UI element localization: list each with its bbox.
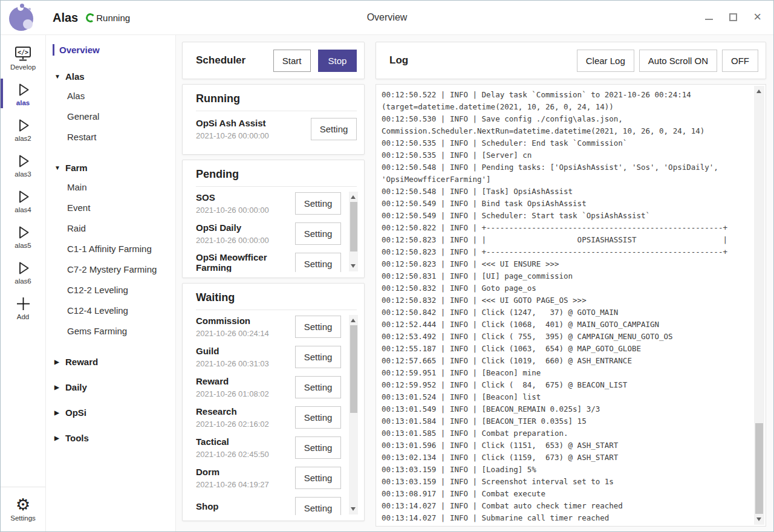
log-line: 00:12:50.832 | INFO | <<< UI GOTO PAGE_O…: [382, 294, 747, 307]
auto-scroll-on-button[interactable]: Auto Scroll ON: [639, 50, 717, 72]
log-line: 00:12:50.832 | INFO | Goto page_os: [382, 282, 747, 294]
log-line: 00:12:50.549 | INFO | Bind task OpsiAshA…: [382, 198, 747, 210]
pending-panel: Pending SOS2021-10-26 00:00:00SettingOpS…: [182, 160, 365, 278]
sidebar-item-alas3[interactable]: alas3: [1, 147, 45, 183]
log-line: 00:13:03.159 | INFO | [Loading] 5%: [382, 464, 747, 476]
log-line: 00:12:50.823 | INFO | <<< UI ENSURE >>>: [382, 258, 747, 270]
nav-group-tools[interactable]: ▶Tools: [46, 433, 175, 443]
task-next-run-time: 2021-10-26 01:08:02: [196, 389, 291, 398]
setting-button[interactable]: Setting: [295, 253, 341, 273]
scrollbar-thumb[interactable]: [350, 325, 357, 413]
scroll-up-icon[interactable]: [351, 195, 356, 199]
setting-button[interactable]: Setting: [295, 316, 341, 338]
sidebar-item-alas2[interactable]: alas2: [1, 111, 45, 147]
setting-button[interactable]: Setting: [311, 118, 357, 140]
scroll-down-icon[interactable]: [351, 264, 356, 268]
log-scrollbar[interactable]: [754, 86, 764, 525]
nav-item-c7-2-mystery-farming[interactable]: C7-2 Mystery Farming: [46, 259, 175, 280]
nav-group-farm[interactable]: ▼Farm: [46, 163, 175, 173]
task-row: OpSi Meowfficer FarmingSetting: [196, 248, 341, 272]
waiting-panel: Waiting Commission2021-10-26 00:24:14Set…: [182, 283, 365, 521]
setting-button[interactable]: Setting: [295, 376, 341, 398]
task-info: SOS2021-10-26 00:00:00: [196, 192, 295, 215]
log-line: 00:12:50.530 | INFO | Save config ./conf…: [382, 113, 747, 137]
setting-button[interactable]: Setting: [295, 497, 341, 516]
scroll-down-icon[interactable]: [351, 507, 356, 511]
nav-group-opsi[interactable]: ▶OpSi: [46, 407, 175, 418]
log-line: 00:13:03.159 | INFO | Screenshot interva…: [382, 476, 747, 488]
nav-item-event[interactable]: Event: [46, 198, 175, 218]
nav-item-alas[interactable]: Alas: [46, 86, 175, 106]
setting-button[interactable]: Setting: [295, 192, 341, 215]
task-next-run-time: 2021-10-26 00:00:00: [196, 206, 291, 215]
scrollbar-thumb[interactable]: [350, 202, 357, 251]
nav-item-gems-farming[interactable]: Gems Farming: [46, 321, 175, 342]
sidebar-item-alas6[interactable]: alas6: [1, 254, 45, 290]
pending-scrollbar[interactable]: [349, 192, 358, 271]
sidebar-item-label: alas2: [15, 135, 31, 142]
play-icon: [15, 223, 31, 241]
nav-group-label: OpSi: [65, 407, 86, 418]
sidebar-item-alas[interactable]: alas: [1, 76, 45, 111]
sidebar-item-label: alas: [16, 99, 30, 106]
svg-text:</>: </>: [18, 49, 28, 56]
minimize-icon[interactable]: [705, 19, 713, 20]
task-name: Shop: [196, 501, 291, 511]
stop-button[interactable]: Stop: [318, 50, 357, 72]
clear-log-button[interactable]: Clear Log: [577, 50, 634, 72]
log-title: Log: [389, 54, 408, 66]
sidebar-item-develop[interactable]: </>Develop: [1, 40, 45, 76]
close-icon[interactable]: ×: [753, 13, 761, 21]
scroll-down-icon[interactable]: [756, 517, 761, 521]
task-name: OpSi Daily: [196, 222, 291, 233]
start-button[interactable]: Start: [273, 50, 311, 72]
nav-item-c12-4-leveling[interactable]: C12-4 Leveling: [46, 300, 175, 321]
scroll-up-icon[interactable]: [756, 89, 761, 93]
nav-item-general[interactable]: General: [46, 106, 175, 127]
log-column: Log Clear Log Auto Scroll ON OFF 00:12:5…: [371, 35, 773, 531]
nav-group-label: Farm: [65, 163, 88, 173]
setting-button[interactable]: Setting: [295, 222, 341, 245]
setting-button[interactable]: Setting: [295, 346, 341, 368]
task-row: Tactical2021-10-26 02:45:50Setting: [196, 432, 341, 462]
scheduler-title: Scheduler: [196, 54, 246, 66]
task-next-run-time: 2021-10-26 04:19:27: [196, 480, 291, 489]
sidebar-item-alas5[interactable]: alas5: [1, 218, 45, 254]
setting-button[interactable]: Setting: [295, 436, 341, 459]
task-next-run-time: 2021-10-26 02:45:50: [196, 450, 291, 459]
nav-item-c1-1-affinity-farming[interactable]: C1-1 Affinity Farming: [46, 239, 175, 259]
sidebar-item-alas4[interactable]: alas4: [1, 183, 45, 218]
scroll-up-icon[interactable]: [351, 319, 356, 322]
task-info: OpSi Ash Assist2021-10-26 00:00:00: [196, 118, 311, 140]
task-row: Research2021-10-26 02:16:02Setting: [196, 402, 341, 432]
nav-item-restart[interactable]: Restart: [46, 127, 175, 148]
log-line: 00:13:14.027 | INFO | Submarine call tim…: [382, 512, 747, 524]
sidebar-item-settings[interactable]: ⚙ Settings: [1, 491, 45, 527]
nav-group-children: AlasGeneralRestart: [46, 86, 175, 148]
nav-item-main[interactable]: Main: [46, 177, 175, 198]
nav-group-daily[interactable]: ▶Daily: [46, 382, 175, 392]
auto-scroll-off-button[interactable]: OFF: [722, 50, 758, 72]
scrollbar-thumb[interactable]: [755, 423, 763, 514]
sidebar-item-add[interactable]: Add: [1, 290, 45, 325]
waiting-scrollbar[interactable]: [349, 315, 358, 514]
nav-group-reward[interactable]: ▶Reward: [46, 357, 175, 367]
log-line: 00:13:01.549 | INFO | [BEACON_REMAIN 0.0…: [382, 403, 747, 415]
nav-group-label: Alas: [65, 71, 85, 82]
task-info: Research2021-10-26 02:16:02: [196, 406, 295, 429]
nav-item-overview[interactable]: Overview: [46, 44, 175, 56]
nav-group-alas[interactable]: ▼Alas: [46, 71, 175, 82]
nav-group-label: Tools: [65, 433, 89, 443]
log-view[interactable]: 00:12:50.522 | INFO | Delay task `Commis…: [376, 84, 766, 527]
setting-button[interactable]: Setting: [295, 406, 341, 429]
task-row: ShopSetting: [196, 493, 341, 515]
maximize-icon[interactable]: [729, 13, 737, 21]
task-next-run-time: 2021-10-26 02:16:02: [196, 420, 291, 429]
log-line: 00:12:50.522 | INFO | Delay task `Commis…: [382, 89, 747, 113]
task-next-run-time: 2021-10-26 00:00:00: [196, 236, 291, 245]
nav-item-c12-2-leveling[interactable]: C12-2 Leveling: [46, 280, 175, 300]
log-panel-header: Log Clear Log Auto Scroll ON OFF: [376, 42, 766, 79]
setting-button[interactable]: Setting: [295, 467, 341, 489]
log-line: 00:12:50.831 | INFO | [UI] page_commissi…: [382, 270, 747, 282]
nav-item-raid[interactable]: Raid: [46, 218, 175, 239]
